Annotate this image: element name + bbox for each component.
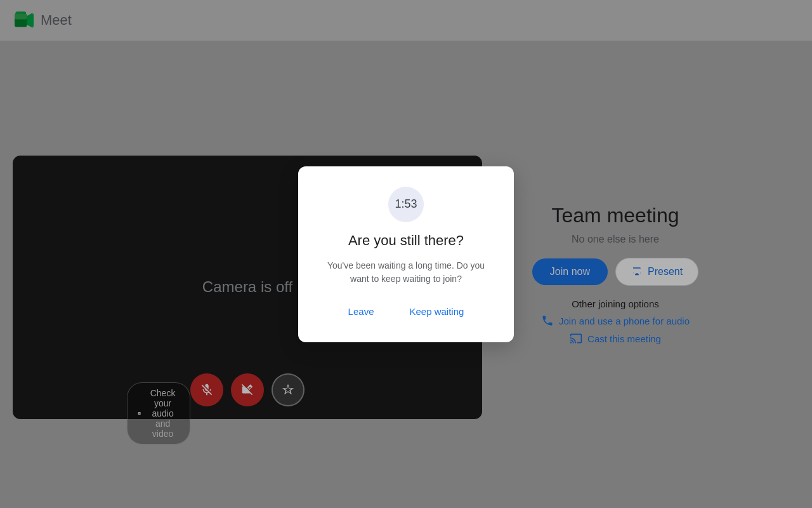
modal-actions: Leave Keep waiting xyxy=(338,301,475,322)
keep-waiting-button[interactable]: Keep waiting xyxy=(399,301,474,322)
leave-button[interactable]: Leave xyxy=(338,301,384,322)
modal-timer: 1:53 xyxy=(388,187,424,222)
still-there-modal: 1:53 Are you still there? You've been wa… xyxy=(298,166,514,342)
modal-body: You've been waiting a long time. Do you … xyxy=(318,259,494,286)
modal-title: Are you still there? xyxy=(348,232,464,249)
modal-overlay: 1:53 Are you still there? You've been wa… xyxy=(0,0,812,508)
